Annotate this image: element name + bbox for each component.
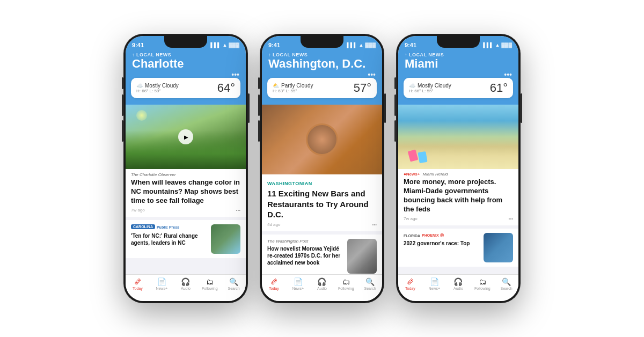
- article-title-miami[interactable]: More money, more projects. Miami-Dade go…: [398, 178, 518, 216]
- more-button[interactable]: •••: [231, 70, 239, 79]
- tab-newsplus-dc[interactable]: 📄 News+: [288, 278, 308, 297]
- more-button-miami[interactable]: •••: [504, 70, 512, 79]
- tab-audio[interactable]: 🎧 Audio: [176, 278, 195, 297]
- tab-following-label: Following: [202, 287, 218, 290]
- location-arrow-icon: ↑: [132, 52, 135, 57]
- secondary-image-miami: [484, 233, 513, 262]
- signal-icon-dc: ▌▌▌: [347, 42, 357, 48]
- tab-following-miami[interactable]: 🗂 Following: [473, 278, 492, 297]
- weather-condition: ☁️ Mostly Cloudy: [136, 83, 179, 89]
- following-icon-miami: 🗂: [479, 278, 486, 285]
- audio-icon-dc: 🎧: [317, 278, 326, 285]
- weather-temp: 64°: [217, 81, 235, 95]
- phones-container: 9:41 ▌▌▌ ▲ ▓▓▓ ↑ LOCAL NEWS Charlotte ••…: [113, 24, 531, 313]
- tab-today-dc[interactable]: 🗞 Today: [264, 278, 283, 297]
- article-more-icon-miami[interactable]: •••: [509, 216, 513, 221]
- news-scroll-miami[interactable]: ●News+ Miami Herald More money, more pro…: [398, 105, 518, 274]
- local-news-label-dc: ↑ LOCAL NEWS: [268, 52, 376, 57]
- wifi-icon: ▲: [222, 42, 227, 48]
- secondary-title-washington: How novelist Morowa Yejidé re-created 19…: [267, 245, 343, 266]
- tab-bar-washington: 🗞 Today 📄 News+ 🎧 Audio 🗂 Following 🔍: [262, 274, 382, 301]
- following-icon-dc: 🗂: [342, 278, 350, 285]
- tab-today[interactable]: 🗞 Today: [128, 278, 147, 297]
- tab-bar-miami: 🗞 Today 📄 News+ 🎧 Audio 🗂 Following 🔍: [398, 274, 518, 301]
- tab-audio-dc[interactable]: 🎧 Audio: [312, 278, 332, 297]
- more-button-dc[interactable]: •••: [368, 70, 376, 79]
- secondary-article-washington[interactable]: The Washington Post How novelist Morowa …: [262, 235, 382, 274]
- wifi-icon-dc: ▲: [358, 42, 363, 48]
- tab-search[interactable]: 🔍 Search: [224, 278, 244, 297]
- article-title-charlotte[interactable]: When will leaves change color in NC moun…: [126, 178, 246, 208]
- tab-search-miami[interactable]: 🔍 Search: [497, 278, 516, 297]
- tab-newsplus[interactable]: 📄 News+: [152, 278, 171, 297]
- tab-bar-charlotte: 🗞 Today 📄 News+ 🎧 Audio 🗂 Following 🔍: [126, 274, 246, 301]
- audio-icon-miami: 🎧: [453, 278, 463, 285]
- secondary-title-miami: 2022 governor's race: Top: [404, 240, 479, 247]
- status-time-dc: 9:41: [268, 42, 280, 48]
- secondary-source-wapo: The Washington Post: [267, 239, 343, 244]
- tab-following-dc[interactable]: 🗂 Following: [336, 278, 356, 297]
- secondary-article-miami[interactable]: FLORIDA PHOENIX ⓟ 2022 governor's race: …: [398, 229, 518, 267]
- news-scroll-charlotte[interactable]: ▶ The Charlotte Observer When will leave…: [126, 105, 246, 274]
- phoenix-badge: PHOENIX ⓟ: [422, 233, 443, 238]
- weather-condition-dc: ⛅ Partly Cloudy: [273, 83, 313, 89]
- app-header-washington: ↑ LOCAL NEWS Washington, D.C. •••: [262, 51, 382, 75]
- tab-search-dc[interactable]: 🔍 Search: [361, 278, 380, 297]
- wifi-icon-miami: ▲: [495, 42, 500, 48]
- tab-following-label-miami: Following: [474, 287, 491, 290]
- secondary-image-washington: [347, 239, 377, 274]
- tab-audio-label-dc: Audio: [317, 287, 327, 290]
- carolina-badge: CAROLINA: [131, 224, 155, 229]
- featured-article-miami[interactable]: ●News+ Miami Herald More money, more pro…: [398, 105, 518, 225]
- phone-miami: 9:41 ▌▌▌ ▲ ▓▓▓ ↑ LOCAL NEWS Miami •••: [397, 34, 520, 303]
- battery-icon-miami: ▓▓▓: [501, 42, 512, 48]
- tab-today-miami[interactable]: 🗞 Today: [400, 278, 420, 297]
- battery-icon-dc: ▓▓▓: [365, 42, 376, 48]
- tab-newsplus-miami[interactable]: 📄 News+: [425, 278, 444, 297]
- status-icons-miami: ▌▌▌ ▲ ▓▓▓: [483, 42, 512, 48]
- florida-badge: FLORIDA: [404, 234, 420, 238]
- status-time: 9:41: [132, 42, 144, 48]
- weather-card-charlotte: ☁️ Mostly Cloudy H: 66° L: 59° 64°: [131, 78, 240, 98]
- tab-newsplus-label-miami: News+: [428, 287, 440, 290]
- tab-following[interactable]: 🗂 Following: [200, 278, 219, 297]
- article-image-washington: [262, 105, 382, 174]
- weather-temp-miami: 61°: [490, 81, 508, 95]
- today-icon-dc: 🗞: [270, 278, 277, 285]
- tab-search-label-miami: Search: [500, 287, 512, 290]
- article-image-charlotte: ▶: [126, 105, 246, 169]
- tab-audio-miami[interactable]: 🎧 Audio: [449, 278, 468, 297]
- featured-article-charlotte[interactable]: ▶ The Charlotte Observer When will leave…: [126, 105, 246, 217]
- article-title-washington[interactable]: 11 Exciting New Bars and Restaurants to …: [262, 188, 382, 222]
- audio-icon: 🎧: [181, 278, 190, 285]
- secondary-article-charlotte[interactable]: CAROLINA Public Press 'Ten for NC:' Rura…: [126, 220, 246, 258]
- battery-icon: ▓▓▓: [229, 42, 239, 48]
- app-header-miami: ↑ LOCAL NEWS Miami •••: [398, 51, 518, 75]
- city-name-charlotte: Charlotte: [132, 57, 239, 70]
- notch-washington: [301, 36, 343, 48]
- news-scroll-washington[interactable]: WASHINGTONIAN 11 Exciting New Bars and R…: [262, 105, 382, 274]
- status-icons: ▌▌▌ ▲ ▓▓▓: [210, 42, 239, 48]
- newsplus-icon-dc: 📄: [294, 278, 303, 285]
- article-source-miami: ●News+ Miami Herald: [398, 169, 518, 178]
- notch-miami: [437, 36, 480, 48]
- weather-temp-dc: 57°: [354, 81, 371, 95]
- article-image-miami: [398, 105, 518, 169]
- notch-charlotte: [164, 36, 207, 48]
- weather-detail-dc: H: 63° L: 55°: [273, 89, 313, 93]
- location-arrow-icon-miami: ↑: [405, 52, 407, 57]
- app-header-charlotte: ↑ LOCAL NEWS Charlotte •••: [126, 51, 246, 75]
- weather-detail-miami: H: 66° L: 55°: [409, 89, 451, 93]
- play-button[interactable]: ▶: [178, 129, 193, 144]
- featured-article-washington[interactable]: WASHINGTONIAN 11 Exciting New Bars and R…: [262, 105, 382, 231]
- weather-icon: ☁️: [136, 83, 143, 89]
- location-arrow-icon-dc: ↑: [268, 52, 271, 57]
- status-time-miami: 9:41: [405, 42, 416, 48]
- tab-today-label: Today: [133, 287, 143, 290]
- tab-today-label-dc: Today: [269, 287, 279, 290]
- article-more-icon[interactable]: •••: [236, 208, 240, 213]
- article-meta-miami: 7w ago •••: [398, 216, 518, 225]
- secondary-image-charlotte: [211, 224, 240, 254]
- local-news-label: ↑ LOCAL NEWS: [132, 52, 239, 57]
- article-more-icon-dc[interactable]: •••: [372, 222, 377, 227]
